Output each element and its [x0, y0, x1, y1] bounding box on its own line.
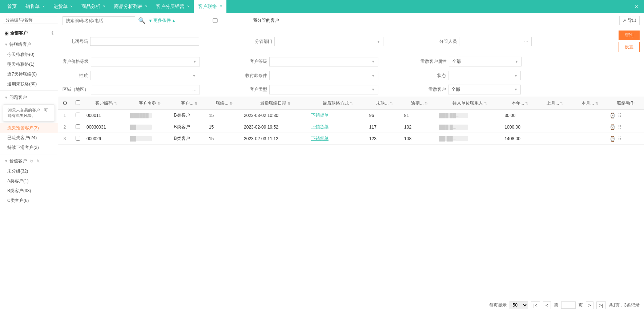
cell-this-year: 30.00 [502, 110, 537, 121]
first-page-btn[interactable]: |< [531, 301, 540, 309]
nav-tab-sales[interactable]: 销售单 × [21, 0, 49, 13]
sidebar-item-today[interactable]: 今天待联络(0) [0, 50, 58, 60]
table-row: 1 000011 ██████ B类客户 15 2023-03-02 10:30… [58, 110, 644, 121]
sidebar-all-customers[interactable]: ⊞ 全部客户 《 [0, 27, 58, 39]
col-header-type: 客户... ⇅ [172, 97, 207, 110]
filter-retail-attr-select[interactable]: 全部 ▼ [449, 57, 522, 66]
filter-phone-label: 电话号码 [63, 39, 88, 45]
group-problem-label: 问题客户 [9, 94, 27, 101]
sidebar-item-class-a[interactable]: A类客户(1) [0, 176, 58, 186]
sort-icon[interactable]: ⇅ [350, 101, 353, 105]
settings-btn[interactable]: 设置 [619, 42, 640, 52]
row-checkbox-cell [71, 110, 84, 121]
contact-method-link[interactable]: 下销货单 [311, 136, 329, 141]
contact-action-icon[interactable]: ⌚ [609, 124, 616, 130]
sort-icon[interactable]: ⇅ [114, 101, 117, 105]
cell-code: 000011 [84, 110, 128, 121]
close-sales-tab[interactable]: × [43, 0, 45, 13]
filter-retail-attr-label: 零散客户属性 [420, 58, 447, 65]
my-customers-checkbox-label[interactable]: 我分管的客户 [179, 17, 279, 24]
contact-action-icon[interactable]: ⌚ [609, 113, 616, 118]
close-analysis-tab[interactable]: × [103, 0, 105, 13]
contact-method-link[interactable]: 下销货单 [311, 124, 329, 129]
filter-customer-type-select[interactable]: ▼ [269, 85, 378, 94]
main-search-btn[interactable]: 🔍 [138, 17, 145, 24]
nav-tab-purchase[interactable]: 进货单 × [49, 0, 77, 13]
sidebar-item-tomorrow[interactable]: 明天待联络(1) [0, 60, 58, 69]
filter-manager-select[interactable]: ··· [459, 37, 532, 46]
more-filter-btn[interactable]: ▼ 更多条件 ▲ [148, 17, 176, 24]
sidebar-item-ungrouped[interactable]: 未分组(32) [0, 166, 58, 176]
sort-icon[interactable]: ⇅ [158, 101, 161, 105]
sort-icon[interactable]: ⇅ [595, 101, 598, 105]
row-checkbox[interactable] [76, 113, 80, 117]
sort-icon[interactable]: ⇅ [287, 101, 290, 105]
sort-icon[interactable]: ⇅ [425, 101, 428, 105]
query-btn[interactable]: 查询 [619, 31, 640, 40]
sidebar-item-churn-warning[interactable]: 流失预警客户(3) [0, 123, 58, 133]
filter-customer-level-select[interactable]: ▼ [269, 57, 378, 66]
sidebar-search-input[interactable] [3, 16, 58, 24]
select-all-checkbox[interactable] [76, 100, 80, 105]
cell-contact: 15 [207, 121, 242, 133]
my-customers-checkbox[interactable] [179, 18, 251, 23]
filter-nature-select[interactable]: ▼ [90, 71, 199, 80]
sidebar-item-declining[interactable]: 持续下滑客户(2) [0, 143, 58, 153]
chevron-down-icon: ▼ [514, 88, 518, 92]
sort-icon[interactable]: ⇅ [525, 101, 528, 105]
group-value-label: 价值客户 [9, 158, 27, 164]
filter-dept-select[interactable]: ▼ [274, 37, 383, 46]
next-page-btn[interactable]: > [586, 301, 594, 309]
close-analysis-list-tab[interactable]: × [145, 0, 148, 13]
filter-payment-select[interactable]: ▼ [269, 71, 378, 80]
sidebar-group-pending-header[interactable]: ▼ 待联络客户 [0, 39, 58, 50]
sidebar-item-class-c[interactable]: C类客户(6) [0, 196, 58, 206]
nav-tab-analysis-list[interactable]: 商品分析列表 × [110, 0, 152, 13]
filter-price-level-select[interactable]: ▼ [91, 57, 200, 66]
window-close-btn[interactable]: × [632, 3, 641, 10]
contact-method-link[interactable]: 下销货单 [311, 113, 329, 118]
nav-home[interactable]: 首页 [3, 0, 21, 13]
table-settings-icon[interactable]: ⚙ [63, 100, 67, 106]
prev-page-btn[interactable]: < [543, 301, 551, 309]
row-checkbox[interactable] [76, 136, 80, 141]
more-options-icon[interactable]: ··· [192, 87, 197, 93]
cell-uncontacted: 96 [367, 110, 402, 121]
more-action-icon[interactable]: ⠿ [618, 113, 621, 118]
contact-action-icon[interactable]: ⌚ [609, 136, 616, 142]
row-num: 1 [58, 110, 71, 121]
close-customer-contact-tab[interactable]: × [220, 0, 222, 13]
close-purchase-tab[interactable]: × [71, 0, 73, 13]
sort-icon[interactable]: ⇅ [230, 101, 233, 105]
close-customer-mgmt-tab[interactable]: × [187, 0, 189, 13]
more-options-icon[interactable]: ··· [524, 39, 528, 44]
sidebar-item-class-b[interactable]: B类客户(33) [0, 186, 58, 196]
sort-icon[interactable]: ⇅ [194, 101, 197, 105]
sort-icon[interactable]: ⇅ [390, 101, 393, 105]
main-search-input[interactable] [63, 16, 135, 25]
more-action-icon[interactable]: ⠿ [618, 136, 621, 142]
nav-tab-customer-mgmt[interactable]: 客户分层经营 × [152, 0, 194, 13]
filter-retail-customer-select[interactable]: 全部 ▼ [448, 85, 521, 94]
export-btn[interactable]: ↗ 导出 [619, 16, 640, 25]
filter-region-select[interactable]: ··· [91, 85, 200, 94]
per-page-select[interactable]: 50 100 [510, 301, 528, 309]
more-action-icon[interactable]: ⠿ [618, 124, 621, 130]
row-checkbox[interactable] [76, 124, 80, 129]
sidebar-item-7days[interactable]: 近7天待联络(0) [0, 69, 58, 79]
sidebar-item-churned[interactable]: 已流失客户(24) [0, 133, 58, 143]
filter-phone-input[interactable] [90, 37, 199, 46]
sidebar-group-value-header[interactable]: ▼ 价值客户 ↻ ✎ [0, 156, 58, 166]
nav-tab-analysis[interactable]: 商品分析 × [77, 0, 110, 13]
sidebar-group-problem-header[interactable]: ▼ 问题客户 [0, 92, 58, 103]
sidebar-item-overdue[interactable]: 逾期未联络(30) [0, 79, 58, 89]
sort-icon[interactable]: ⇅ [484, 101, 487, 105]
last-page-btn[interactable]: >| [596, 301, 605, 309]
sort-icon[interactable]: ⇅ [560, 101, 563, 105]
refresh-icon[interactable]: ↻ [30, 159, 33, 164]
edit-icon[interactable]: ✎ [36, 159, 40, 164]
filter-status-select[interactable]: ▼ [448, 71, 521, 80]
page-number-input[interactable]: 1 [561, 301, 576, 309]
nav-tab-customer-contact[interactable]: 客户联络 × [194, 0, 226, 13]
filter-region: 区域（地区） ··· [63, 85, 239, 94]
